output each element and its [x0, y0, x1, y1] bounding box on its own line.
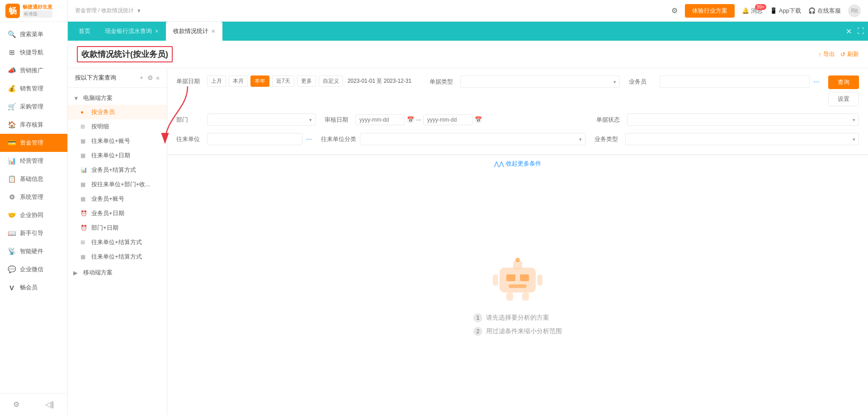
tree-item-by-staff[interactable]: ● 按业务员	[68, 105, 167, 119]
topbar-gear-button[interactable]: ⚙	[671, 6, 678, 15]
sidebar-item-iot[interactable]: 📡 智能硬件	[0, 242, 67, 260]
staff-input[interactable]	[660, 75, 810, 88]
query-button[interactable]: 查询	[828, 75, 859, 89]
tree-item-dept-date[interactable]: ⏰ 部门+日期	[68, 221, 167, 235]
tab-bank[interactable]: 现金银行流水查询 ✕	[98, 22, 166, 41]
sidebar-item-search[interactable]: 🔍 搜索菜单	[0, 25, 67, 43]
sidebar-item-member[interactable]: V 畅会员	[0, 278, 67, 297]
tree-item-partner-settle2[interactable]: ▦ 往来单位+结算方式	[68, 250, 167, 264]
breadcrumb-dropdown-icon[interactable]: ▾	[137, 7, 141, 14]
date-btn-more[interactable]: 更多	[297, 75, 316, 87]
content-area: 按以下方案查询 ＋ ⚙ « ▼ 电脑端方案	[68, 68, 868, 415]
partner-input[interactable]	[207, 133, 302, 145]
filter-audit-date-block: 审核日期 📅 — 📅	[325, 114, 587, 125]
date-btn-this-month[interactable]: 本月	[229, 75, 248, 87]
bank-tab-close[interactable]: ✕	[155, 28, 159, 34]
tree-item-partner-settle1-label: 往来单位+结算方式	[91, 238, 142, 246]
sidebar-item-purchase[interactable]: 🛒 采购管理	[0, 98, 67, 116]
sidebar-item-shortcut[interactable]: ⊞ 快捷导航	[0, 43, 67, 61]
message-button[interactable]: 🔔 消息 99+	[742, 7, 763, 15]
tree-item-partner-date-label: 往来单位+日期	[91, 151, 130, 160]
scheme-collapse-button[interactable]: «	[156, 74, 160, 81]
filter-settings-button[interactable]: 设置	[828, 92, 859, 106]
sidebar-label-member: 畅会员	[20, 283, 38, 292]
date-btn-this-year[interactable]: 本年	[250, 75, 269, 87]
grid-icon: ⊞	[7, 48, 16, 57]
empty-tip-1: 1 请先选择要分析的方案	[473, 313, 562, 322]
sidebar-label-sales: 销售管理	[20, 85, 43, 93]
sidebar-item-corp[interactable]: 🤝 企业协同	[0, 206, 67, 224]
filter-partner-block: 往来单位 ···	[176, 133, 312, 145]
settings-bottom-icon[interactable]: ⚙	[11, 398, 21, 410]
tree-item-partner-account[interactable]: ▦ 往来单位+账号	[68, 134, 167, 148]
partner-more-icon[interactable]: ···	[306, 135, 312, 143]
calendar-icon-from[interactable]: 📅	[407, 116, 414, 123]
receipt-tab-close[interactable]: ✕	[211, 28, 215, 34]
date-btn-7days[interactable]: 近7天	[272, 75, 294, 87]
sidebar-item-marketing[interactable]: 📣 营销推广	[0, 61, 67, 80]
customer-service-button[interactable]: 🎧 在线客服	[808, 7, 841, 15]
sidebar: 畅 畅捷通好生意 标准版 🔍 搜索菜单 ⊞ 快捷导航 📣 营销推广 💰 销	[0, 0, 68, 415]
tree-item-staff-date[interactable]: ⏰ 业务员+日期	[68, 206, 167, 221]
sidebar-label-shortcut: 快捷导航	[20, 48, 43, 57]
partner-settle2-icon: ▦	[80, 254, 89, 260]
sidebar-label-inventory: 库存核算	[20, 121, 43, 129]
sidebar-item-finance[interactable]: 💳 资金管理	[0, 134, 67, 152]
calendar-icon-to[interactable]: 📅	[475, 116, 482, 123]
date-btn-custom[interactable]: 自定义	[319, 75, 343, 87]
collapse-sidebar-icon[interactable]: ◁∥	[43, 398, 56, 410]
tip-text-1: 请先选择要分析的方案	[486, 314, 549, 322]
tree-item-partner-dept-recv[interactable]: ▦ 按往来单位+部门+收...	[68, 177, 167, 192]
maximize-button[interactable]: ⛶	[857, 27, 864, 36]
filter-area: 单据日期 上月 本月 本年 近7天 更多 自定义 2023-01-01 至 20…	[167, 68, 868, 155]
docstatus-label: 单据状态	[596, 116, 623, 124]
app-download-button[interactable]: 📱 App下载	[770, 7, 801, 15]
partner-account-icon: ▦	[80, 138, 89, 144]
tree-group-desktop-header[interactable]: ▼ 电脑端方案	[68, 91, 167, 105]
empty-tip-2: 2 用过滤条件来缩小分析范围	[473, 327, 562, 336]
dept-select-wrapper	[207, 113, 316, 126]
doctype-label: 单据类型	[429, 78, 457, 86]
close-tab-button[interactable]: ✕	[846, 27, 852, 36]
export-button[interactable]: ↑ 导出	[819, 50, 835, 58]
empty-tips: 1 请先选择要分析的方案 2 用过滤条件来缩小分析范围	[473, 313, 562, 336]
operation-icon: 📊	[7, 156, 16, 165]
collapse-bar[interactable]: ⋀⋀ 收起更多条件	[167, 155, 868, 172]
doctype-select[interactable]	[460, 75, 620, 88]
sidebar-label-marketing: 营销推广	[20, 66, 43, 75]
svg-rect-7	[537, 274, 542, 286]
scheme-settings-button[interactable]: ⚙	[147, 74, 153, 81]
audit-date-to[interactable]	[423, 114, 473, 125]
scheme-panel-header: 按以下方案查询 ＋ ⚙ «	[68, 68, 167, 88]
biztype-select[interactable]	[625, 133, 859, 145]
partner-category-select[interactable]	[360, 133, 585, 145]
tab-home[interactable]: 首页	[71, 22, 98, 41]
refresh-button[interactable]: ↺ 刷新	[840, 50, 859, 58]
date-btn-prev-month[interactable]: 上月	[207, 75, 226, 87]
add-scheme-button[interactable]: ＋	[138, 74, 145, 82]
tree-item-staff-settlement[interactable]: 📊 业务员+结算方式	[68, 163, 167, 177]
staff-more-icon[interactable]: ···	[813, 78, 819, 86]
tree-item-staff-account[interactable]: ▦ 业务员+账号	[68, 192, 167, 206]
sidebar-item-sales[interactable]: 💰 销售管理	[0, 80, 67, 98]
trial-button[interactable]: 体验行业方案	[685, 4, 735, 18]
tree-item-partner-settle1[interactable]: ⊞ 往来单位+结算方式	[68, 235, 167, 250]
export-label: 导出	[823, 50, 835, 58]
sidebar-item-basic[interactable]: 📋 基础信息	[0, 170, 67, 188]
audit-date-from[interactable]	[355, 114, 405, 125]
sidebar-item-operation[interactable]: 📊 经营管理	[0, 152, 67, 170]
tree-item-by-detail[interactable]: ⊞ 按明细	[68, 119, 167, 134]
user-avatar[interactable]: Rit	[848, 5, 861, 17]
docstatus-select[interactable]	[627, 113, 859, 126]
sidebar-item-wechat[interactable]: 💬 企业微信	[0, 260, 67, 278]
sidebar-label-guide: 新手引导	[20, 229, 43, 237]
tree-group-mobile-header[interactable]: ▶ 移动端方案	[68, 266, 167, 279]
sidebar-label-finance: 资金管理	[20, 139, 43, 147]
dept-select[interactable]	[207, 113, 316, 126]
tab-receipt[interactable]: 收款情况统计 ✕	[166, 22, 222, 41]
sidebar-item-guide[interactable]: 📖 新手引导	[0, 224, 67, 242]
topbar-left: 资金管理 / 收款情况统计 ▾	[75, 7, 141, 14]
sidebar-item-inventory[interactable]: 🏠 库存核算	[0, 116, 67, 134]
tree-item-partner-date[interactable]: ▦ 往来单位+日期	[68, 148, 167, 163]
sidebar-item-system[interactable]: ⚙ 系统管理	[0, 188, 67, 206]
